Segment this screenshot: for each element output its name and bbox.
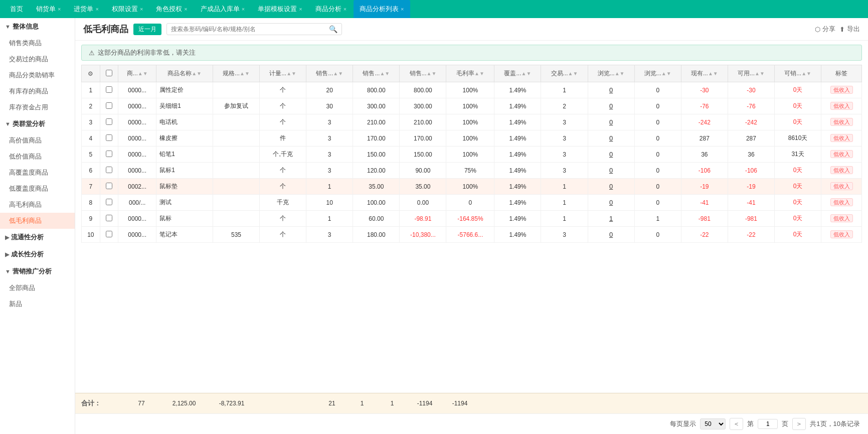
row-browse-cnt[interactable]: 0 — [588, 163, 634, 179]
sidebar-group-整体信息[interactable]: ▼ 整体信息 — [0, 18, 75, 35]
nav-item-单据模板设置[interactable]: 单据模板设置 × — [252, 0, 308, 18]
row-select-checkbox[interactable] — [106, 231, 112, 237]
nav-close-角色授权[interactable]: × — [184, 6, 187, 12]
col-cur-stock[interactable]: 现有...▲▼ — [681, 65, 728, 82]
browse-cnt-link[interactable]: 1 — [609, 215, 613, 222]
nav-close-单据模板设置[interactable]: × — [299, 6, 302, 12]
col-browse-conv[interactable]: 浏览...▲▼ — [634, 65, 681, 82]
browse-cnt-link[interactable]: 0 — [609, 167, 613, 174]
browse-cnt-link[interactable]: 0 — [609, 199, 613, 206]
sidebar-item-低价值商品[interactable]: 低价值商品 — [0, 149, 75, 165]
row-checkbox[interactable] — [100, 130, 118, 147]
row-browse-cnt[interactable]: 0 — [588, 227, 634, 243]
row-select-checkbox[interactable] — [106, 86, 112, 93]
row-select-checkbox[interactable] — [106, 134, 112, 141]
row-browse-cnt[interactable]: 0 — [588, 179, 634, 195]
sidebar-item-高毛利商品[interactable]: 高毛利商品 — [0, 197, 75, 213]
sidebar-item-低毛利商品[interactable]: 低毛利商品 — [0, 213, 75, 229]
sidebar-group-流通性分析[interactable]: ▶ 流通性分析 — [0, 229, 75, 246]
row-browse-cnt[interactable]: 1 — [588, 211, 634, 227]
sidebar-group-营销推广分析[interactable]: ▼ 营销推广分析 — [0, 263, 75, 280]
row-checkbox[interactable] — [100, 147, 118, 163]
browse-cnt-link[interactable]: 0 — [609, 183, 613, 190]
row-checkbox[interactable] — [100, 98, 118, 114]
search-input[interactable] — [171, 26, 329, 33]
sidebar-item-有库存的商品[interactable]: 有库存的商品 — [0, 83, 75, 99]
sidebar-item-商品分类助销率[interactable]: 商品分类助销率 — [0, 67, 75, 83]
row-browse-cnt[interactable]: 0 — [588, 114, 634, 130]
page-input[interactable] — [758, 419, 778, 429]
row-select-checkbox[interactable] — [106, 118, 112, 125]
col-trade-cnt[interactable]: 交易...▲▼ — [541, 65, 588, 82]
nav-close-销货单[interactable]: × — [58, 6, 61, 12]
nav-close-产成品入库单[interactable]: × — [242, 6, 245, 12]
row-browse-cnt[interactable]: 0 — [588, 130, 634, 147]
col-coverage[interactable]: 覆盖...▲▼ — [494, 65, 541, 82]
row-select-checkbox[interactable] — [106, 215, 112, 221]
period-button[interactable]: 近一月 — [133, 24, 161, 35]
col-browse-cnt[interactable]: 浏览...▲▼ — [588, 65, 634, 82]
browse-cnt-link[interactable]: 0 — [609, 102, 613, 110]
row-checkbox[interactable] — [100, 82, 118, 98]
col-avail-stock[interactable]: 可用...▲▼ — [728, 65, 774, 82]
share-button[interactable]: ⬡ 分享 — [815, 25, 835, 34]
select-all-checkbox[interactable] — [106, 70, 112, 76]
row-checkbox[interactable] — [100, 179, 118, 195]
nav-item-角色授权[interactable]: 角色授权 × — [150, 0, 193, 18]
row-browse-cnt[interactable]: 0 — [588, 147, 634, 163]
col-checkbox[interactable] — [100, 65, 118, 82]
browse-cnt-link[interactable]: 0 — [609, 86, 613, 94]
col-tag[interactable]: 标签 — [821, 65, 862, 82]
nav-item-权限设置[interactable]: 权限设置 × — [106, 0, 149, 18]
nav-item-产成品入库单[interactable]: 产成品入库单 × — [195, 0, 251, 18]
export-button[interactable]: ⬆ 导出 — [839, 25, 860, 34]
nav-item-商品分析[interactable]: 商品分析 × — [309, 0, 353, 18]
row-browse-cnt[interactable]: 0 — [588, 195, 634, 211]
col-settings[interactable]: ⚙ — [82, 65, 100, 82]
browse-cnt-link[interactable]: 0 — [609, 231, 613, 238]
col-sales-amt[interactable]: 销售...▲▼ — [353, 65, 400, 82]
nav-item-销货单[interactable]: 销货单 × — [30, 0, 67, 18]
sidebar-item-新品[interactable]: 新品 — [0, 296, 75, 312]
nav-item-首页[interactable]: 首页 — [4, 0, 29, 18]
row-select-checkbox[interactable] — [106, 167, 112, 173]
row-select-checkbox[interactable] — [106, 199, 112, 205]
per-page-select[interactable]: 50 100 200 — [700, 418, 726, 429]
row-checkbox[interactable] — [100, 211, 118, 227]
col-code[interactable]: 商...▲▼ — [118, 65, 156, 82]
row-select-checkbox[interactable] — [106, 183, 112, 189]
nav-close-进货单[interactable]: × — [95, 6, 98, 12]
col-sell-days[interactable]: 可销...▲▼ — [775, 65, 821, 82]
row-checkbox[interactable] — [100, 114, 118, 130]
sidebar-item-交易过的商品[interactable]: 交易过的商品 — [0, 51, 75, 67]
col-sales-profit[interactable]: 销售...▲▼ — [400, 65, 446, 82]
browse-cnt-link[interactable]: 0 — [609, 118, 613, 126]
col-name[interactable]: 商品名称▲▼ — [156, 65, 213, 82]
sidebar-item-库存资金占用[interactable]: 库存资金占用 — [0, 99, 75, 115]
nav-close-商品分析[interactable]: × — [343, 6, 346, 12]
table-wrapper[interactable]: ⚙ 商...▲▼ 商品名称▲▼ 规格...▲▼ 计量...▲▼ 销售...▲▼ … — [75, 65, 868, 393]
sidebar-group-类群堂分析[interactable]: ▼ 类群堂分析 — [0, 115, 75, 132]
sidebar-item-销售类商品[interactable]: 销售类商品 — [0, 35, 75, 51]
nav-close-商品分析列表[interactable]: × — [401, 6, 404, 12]
row-checkbox[interactable] — [100, 163, 118, 179]
next-page-button[interactable]: ＞ — [792, 418, 806, 430]
row-select-checkbox[interactable] — [106, 102, 112, 109]
sidebar-item-全部商品[interactable]: 全部商品 — [0, 280, 75, 296]
sidebar-group-成长性分析[interactable]: ▶ 成长性分析 — [0, 246, 75, 263]
browse-cnt-link[interactable]: 0 — [609, 134, 613, 142]
row-checkbox[interactable] — [100, 195, 118, 211]
col-spec[interactable]: 规格...▲▼ — [213, 65, 259, 82]
browse-cnt-link[interactable]: 0 — [609, 151, 613, 158]
sidebar-item-高覆盖度商品[interactable]: 高覆盖度商品 — [0, 165, 75, 181]
row-browse-cnt[interactable]: 0 — [588, 82, 634, 98]
row-checkbox[interactable] — [100, 227, 118, 243]
nav-close-权限设置[interactable]: × — [140, 6, 143, 12]
row-browse-cnt[interactable]: 0 — [588, 98, 634, 114]
nav-item-进货单[interactable]: 进货单 × — [68, 0, 104, 18]
prev-page-button[interactable]: ＜ — [730, 418, 743, 430]
col-gross-rate[interactable]: 毛利率▲▼ — [446, 65, 494, 82]
col-unit[interactable]: 计量...▲▼ — [260, 65, 306, 82]
row-select-checkbox[interactable] — [106, 151, 112, 157]
sidebar-item-高价值商品[interactable]: 高价值商品 — [0, 132, 75, 149]
